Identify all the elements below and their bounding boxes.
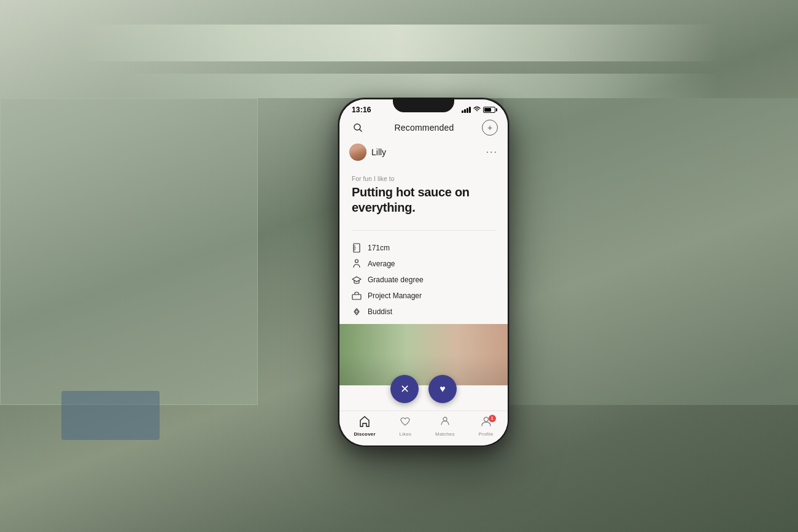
svg-point-9 [443, 417, 447, 421]
bg-pane-left [0, 98, 258, 405]
pass-button[interactable]: ✕ [390, 375, 419, 403]
svg-point-10 [484, 417, 488, 422]
detail-body: Average [352, 259, 495, 269]
svg-line-1 [360, 129, 362, 131]
likes-label: Likes [400, 431, 412, 437]
religion-icon [352, 307, 362, 317]
bg-pane-right [503, 98, 798, 405]
phone-screen: 13:16 [339, 99, 508, 445]
header-title: Recommended [394, 123, 454, 133]
nav-profile[interactable]: 1 Profile [479, 416, 494, 437]
more-options-button[interactable]: ··· [486, 147, 498, 157]
signal-icon [462, 107, 471, 113]
battery-icon [483, 107, 495, 113]
discover-label: Discover [354, 431, 375, 437]
body-icon [352, 259, 362, 269]
job-value: Project Manager [368, 291, 422, 300]
search-button[interactable] [349, 119, 366, 136]
profile-name: Lilly [371, 147, 386, 157]
svg-rect-7 [352, 295, 361, 299]
question-label: For fun I like to [352, 175, 495, 182]
avatar [349, 144, 366, 161]
bg-light-mid [0, 74, 798, 98]
nav-likes[interactable]: Likes [400, 416, 412, 437]
job-icon [352, 291, 362, 301]
question-answer: Putting hot sauce on everything. [352, 185, 495, 215]
religion-value: Buddist [368, 307, 392, 316]
detail-education: Graduate degree [352, 275, 495, 285]
like-button[interactable]: ♥ [428, 375, 457, 403]
body-value: Average [368, 260, 395, 268]
bottom-nav: Discover Likes [339, 411, 508, 445]
matches-label: Matches [435, 431, 455, 437]
profile-left: Lilly [349, 144, 386, 161]
svg-point-8 [355, 310, 358, 313]
likes-icon [400, 416, 411, 430]
app-header: Recommended + [339, 117, 508, 141]
detail-job: Project Manager [352, 291, 495, 301]
add-button[interactable]: + [482, 120, 498, 136]
bg-light-top [0, 25, 798, 61]
height-value: 171cm [368, 244, 390, 252]
education-value: Graduate degree [368, 276, 424, 284]
wifi-icon [473, 106, 481, 114]
detail-height: 171cm [352, 243, 495, 253]
detail-religion: Buddist [352, 307, 495, 317]
phone-notch [393, 98, 454, 112]
details-list: 171cm Average [339, 238, 508, 324]
section-divider [352, 230, 495, 231]
nav-discover[interactable]: Discover [354, 416, 375, 437]
bg-blue-accent [61, 391, 160, 440]
nav-matches[interactable]: Matches [435, 416, 455, 437]
education-icon [352, 275, 362, 285]
status-time: 13:16 [352, 106, 371, 114]
profile-badge: 1 [489, 415, 496, 422]
matches-icon [440, 416, 451, 430]
height-icon [352, 243, 362, 253]
question-section: For fun I like to Putting hot sauce on e… [339, 166, 508, 223]
phone-device: 13:16 [338, 98, 509, 447]
content-area[interactable]: For fun I like to Putting hot sauce on e… [339, 166, 508, 411]
status-icons [462, 106, 495, 114]
svg-point-6 [355, 260, 358, 263]
phone-wrapper: 13:16 [338, 98, 509, 447]
discover-icon [359, 416, 370, 430]
profile-row: Lilly ··· [339, 141, 508, 166]
profile-label: Profile [479, 431, 494, 437]
action-buttons: ✕ ♥ [390, 375, 457, 403]
